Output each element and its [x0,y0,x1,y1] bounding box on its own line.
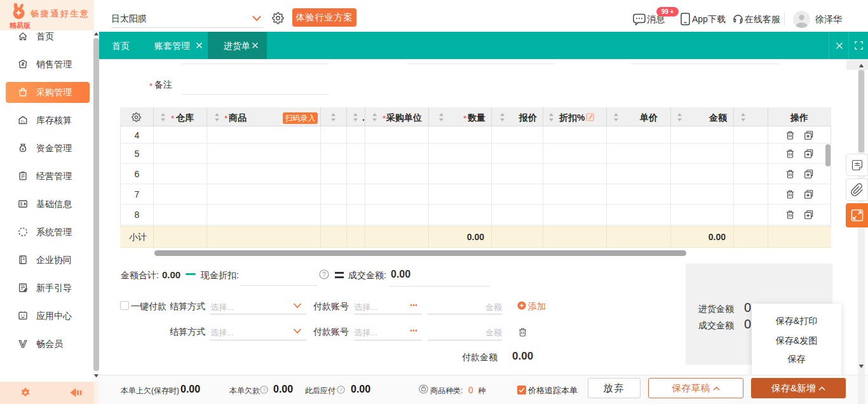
svg-text:?: ? [262,387,266,393]
svg-text:?: ? [339,387,342,393]
svg-text:?: ? [322,271,326,278]
